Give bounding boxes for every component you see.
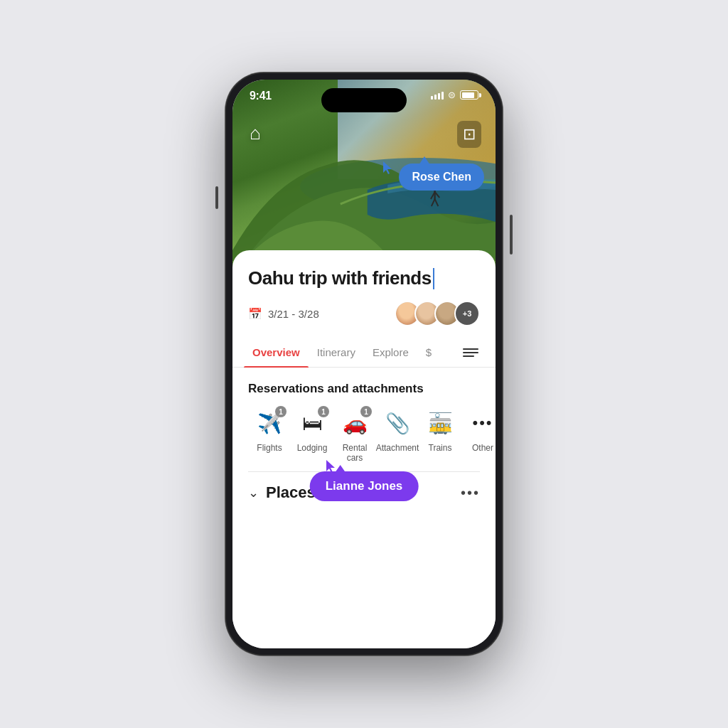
- reservation-lodging[interactable]: 🛏 1 Lodging: [291, 407, 333, 453]
- flights-icon-wrap: ✈️ 1: [254, 407, 285, 439]
- photo-icon[interactable]: ⊡: [457, 121, 481, 148]
- trains-label: Trains: [429, 443, 452, 453]
- dynamic-island: [321, 88, 407, 112]
- lianne-jones-tooltip: Lianne Jones: [310, 471, 419, 501]
- home-icon[interactable]: ⌂: [250, 122, 261, 144]
- attachment-label: Attachment: [376, 443, 419, 453]
- trains-icon: 🚋: [428, 412, 453, 435]
- text-cursor: [433, 268, 434, 289]
- rental-badge: 1: [360, 406, 372, 417]
- rose-cursor-icon: [382, 160, 395, 179]
- lianne-tooltip-arrow: [336, 465, 346, 472]
- lodging-label: Lodging: [297, 443, 328, 453]
- tabs-row: Overview Itinerary Explore $: [232, 338, 496, 368]
- calendar-icon: 📅: [248, 307, 262, 321]
- signal-bar-2: [434, 95, 437, 100]
- trip-date-range: 3/21 - 3/28: [268, 308, 319, 320]
- avatars-group: +3: [395, 301, 480, 326]
- avatar-more[interactable]: +3: [454, 301, 480, 326]
- phone-screen: 9:41 ⊜: [232, 80, 496, 648]
- rental-icon-wrap: 🚗 1: [339, 407, 370, 439]
- trains-icon-wrap: 🚋: [424, 407, 456, 439]
- signal-bar-1: [431, 96, 433, 100]
- side-button-volume: [215, 186, 218, 209]
- status-icons: ⊜: [431, 90, 478, 100]
- trip-header: Oahu trip with friends 📅 3/21 - 3/28 +3: [232, 250, 496, 338]
- tab-explore[interactable]: Explore: [364, 338, 417, 367]
- phone-frame: 9:41 ⊜: [225, 73, 503, 655]
- flights-label: Flights: [257, 443, 282, 453]
- trip-meta: 📅 3/21 - 3/28 +3: [248, 301, 480, 338]
- battery-icon: [460, 90, 478, 100]
- other-icon-wrap: •••: [467, 407, 496, 439]
- status-time: 9:41: [250, 90, 272, 102]
- signal-bar-4: [441, 92, 444, 100]
- lodging-badge: 1: [318, 406, 329, 417]
- reservation-attachment[interactable]: 📎 Attachment: [376, 407, 419, 453]
- reservations-section: Reservations and attachments ✈️ 1 Flight…: [232, 368, 496, 471]
- attachment-icon: 📎: [385, 412, 410, 435]
- reservation-flights[interactable]: ✈️ 1 Flights: [248, 407, 291, 453]
- rental-label: Rental cars: [333, 443, 376, 463]
- lodging-icon-wrap: 🛏 1: [296, 407, 328, 439]
- reservations-grid: ✈️ 1 Flights 🛏 1 Lodging: [248, 407, 480, 463]
- side-button-power: [510, 215, 513, 255]
- reservations-title: Reservations and attachments: [248, 382, 480, 396]
- reservation-other[interactable]: ••• Other: [461, 407, 496, 453]
- reservation-rental-cars[interactable]: 🚗 1 Rental cars: [333, 407, 376, 463]
- signal-bar-3: [438, 93, 440, 100]
- trip-title-row: Oahu trip with friends: [248, 267, 480, 289]
- tab-budget[interactable]: $: [417, 338, 440, 367]
- menu-bar-2: [463, 352, 478, 353]
- menu-bar-3: [463, 355, 474, 357]
- content-area: Oahu trip with friends 📅 3/21 - 3/28 +3: [232, 250, 496, 648]
- wifi-icon: ⊜: [448, 90, 456, 100]
- reservation-trains[interactable]: 🚋 Trains: [419, 407, 461, 453]
- menu-bar-1: [463, 348, 478, 350]
- tooltip-arrow: [419, 156, 430, 165]
- other-label: Other: [472, 443, 493, 453]
- chevron-down-icon[interactable]: ⌄: [248, 485, 259, 500]
- battery-fill: [462, 92, 475, 98]
- signal-bars-icon: [431, 91, 444, 100]
- rose-chen-tooltip: Rose Chen: [399, 164, 484, 191]
- places-more-button[interactable]: •••: [461, 485, 480, 501]
- flights-badge: 1: [275, 406, 287, 417]
- tab-itinerary[interactable]: Itinerary: [309, 338, 364, 367]
- other-icon: •••: [472, 414, 493, 432]
- tab-overview[interactable]: Overview: [244, 338, 309, 367]
- tab-more-menu[interactable]: [457, 340, 484, 365]
- attachment-icon-wrap: 📎: [382, 407, 413, 439]
- trip-title: Oahu trip with friends: [248, 267, 432, 289]
- trip-dates: 📅 3/21 - 3/28: [248, 307, 319, 321]
